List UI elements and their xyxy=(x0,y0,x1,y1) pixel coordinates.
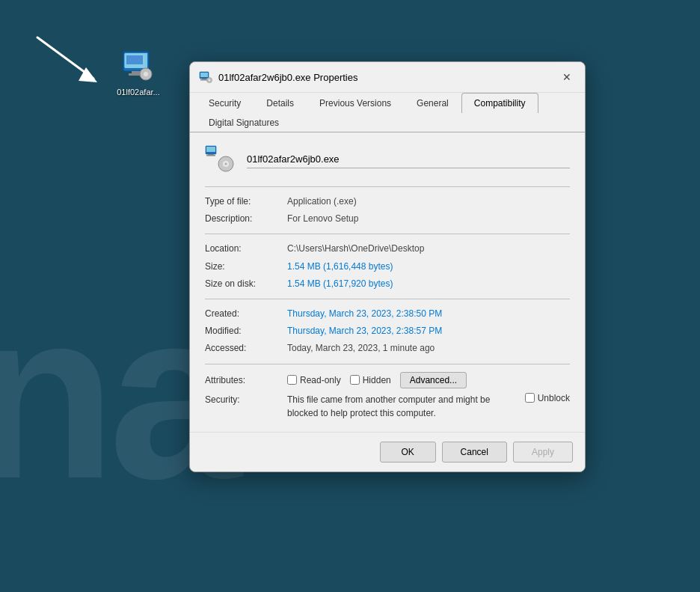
readonly-label: Read-only xyxy=(300,375,341,385)
svg-rect-9 xyxy=(126,55,143,64)
tab-bar: Security Details Previous Versions Gener… xyxy=(190,93,585,132)
apply-button[interactable]: Apply xyxy=(513,442,573,463)
separator-2 xyxy=(205,234,570,234)
svg-point-15 xyxy=(209,79,210,81)
file-icon xyxy=(205,144,235,174)
dialog-content: Type of file: Application (.exe) Descrip… xyxy=(190,132,585,432)
security-row: Security: This file came from another co… xyxy=(205,393,570,420)
size-on-disk-row: Size on disk: 1.54 MB (1,617,920 bytes) xyxy=(205,277,570,291)
size-on-disk-value: 1.54 MB (1,617,920 bytes) xyxy=(287,277,570,291)
location-label: Location: xyxy=(205,242,287,256)
separator-3 xyxy=(205,299,570,299)
properties-table: Type of file: Application (.exe) Descrip… xyxy=(205,195,570,226)
readonly-checkbox[interactable] xyxy=(287,375,297,385)
security-label: Security: xyxy=(205,393,287,405)
type-row: Type of file: Application (.exe) xyxy=(205,195,570,209)
created-value: Thursday, March 23, 2023, 2:38:50 PM xyxy=(287,307,570,321)
hidden-checkbox-label[interactable]: Hidden xyxy=(350,375,391,385)
hidden-checkbox[interactable] xyxy=(350,375,360,385)
modified-label: Modified: xyxy=(205,324,287,338)
description-row: Description: For Lenovo Setup xyxy=(205,212,570,226)
svg-rect-11 xyxy=(200,73,208,77)
dialog-buttons: OK Cancel Apply xyxy=(190,432,585,472)
security-content: This file came from another computer and… xyxy=(287,393,570,420)
arrow-indicator xyxy=(22,22,112,90)
type-label: Type of file: xyxy=(205,195,287,209)
dialog-icon xyxy=(199,70,212,84)
security-text: This file came from another computer and… xyxy=(287,393,519,420)
file-name-input[interactable] xyxy=(247,150,570,168)
close-button[interactable]: ✕ xyxy=(558,68,576,86)
desktop-icon-label: 01lf02afar... xyxy=(117,88,160,97)
svg-point-7 xyxy=(144,72,148,76)
location-value: C:\Users\Harsh\OneDrive\Desktop xyxy=(287,242,570,256)
dialog-title: 01lf02afar2w6jb0.exe Properties xyxy=(218,72,558,83)
desktop-icon[interactable]: 01lf02afar... xyxy=(108,49,168,97)
accessed-value: Today, March 23, 2023, 1 minute ago xyxy=(287,341,570,355)
tab-general[interactable]: General xyxy=(404,93,461,113)
svg-rect-19 xyxy=(206,155,215,156)
type-value: Application (.exe) xyxy=(287,195,570,209)
dates-table: Created: Thursday, March 23, 2023, 2:38:… xyxy=(205,307,570,356)
description-value: For Lenovo Setup xyxy=(287,212,570,226)
title-bar: 01lf02afar2w6jb0.exe Properties ✕ xyxy=(190,62,585,93)
unblock-label: Unblock xyxy=(538,393,570,403)
attributes-controls: Read-only Hidden Advanced... xyxy=(287,372,570,388)
attributes-label: Attributes: xyxy=(205,375,287,385)
tab-previous-versions[interactable]: Previous Versions xyxy=(307,93,404,113)
svg-rect-17 xyxy=(206,147,215,152)
location-table: Location: C:\Users\Harsh\OneDrive\Deskto… xyxy=(205,242,570,291)
created-row: Created: Thursday, March 23, 2023, 2:38:… xyxy=(205,307,570,321)
modified-value: Thursday, March 23, 2023, 2:38:57 PM xyxy=(287,324,570,338)
unblock-checkbox-label[interactable]: Unblock xyxy=(525,393,570,403)
unblock-checkbox[interactable] xyxy=(525,393,535,403)
separator-4 xyxy=(205,364,570,364)
svg-point-22 xyxy=(225,163,227,165)
tab-digital-signatures[interactable]: Digital Signatures xyxy=(196,112,292,132)
size-row: Size: 1.54 MB (1,616,448 bytes) xyxy=(205,260,570,274)
description-label: Description: xyxy=(205,212,287,226)
attributes-row: Attributes: Read-only Hidden Advanced... xyxy=(205,372,570,388)
accessed-row: Accessed: Today, March 23, 2023, 1 minut… xyxy=(205,341,570,355)
modified-row: Modified: Thursday, March 23, 2023, 2:38… xyxy=(205,324,570,338)
file-header xyxy=(205,144,570,174)
properties-dialog: 01lf02afar2w6jb0.exe Properties ✕ Securi… xyxy=(189,61,586,472)
tab-compatibility[interactable]: Compatibility xyxy=(461,93,538,113)
accessed-label: Accessed: xyxy=(205,341,287,355)
readonly-checkbox-label[interactable]: Read-only xyxy=(287,375,341,385)
size-value: 1.54 MB (1,616,448 bytes) xyxy=(287,260,570,274)
tab-details[interactable]: Details xyxy=(254,93,307,113)
created-label: Created: xyxy=(205,307,287,321)
size-label: Size: xyxy=(205,260,287,274)
location-row: Location: C:\Users\Harsh\OneDrive\Deskto… xyxy=(205,242,570,256)
advanced-button[interactable]: Advanced... xyxy=(400,372,467,388)
separator-1 xyxy=(205,186,570,187)
tab-security[interactable]: Security xyxy=(196,93,254,113)
cancel-button[interactable]: Cancel xyxy=(442,442,507,463)
desktop-icon-image xyxy=(120,49,156,85)
size-on-disk-label: Size on disk: xyxy=(205,277,287,291)
hidden-label: Hidden xyxy=(363,375,391,385)
ok-button[interactable]: OK xyxy=(380,442,436,463)
